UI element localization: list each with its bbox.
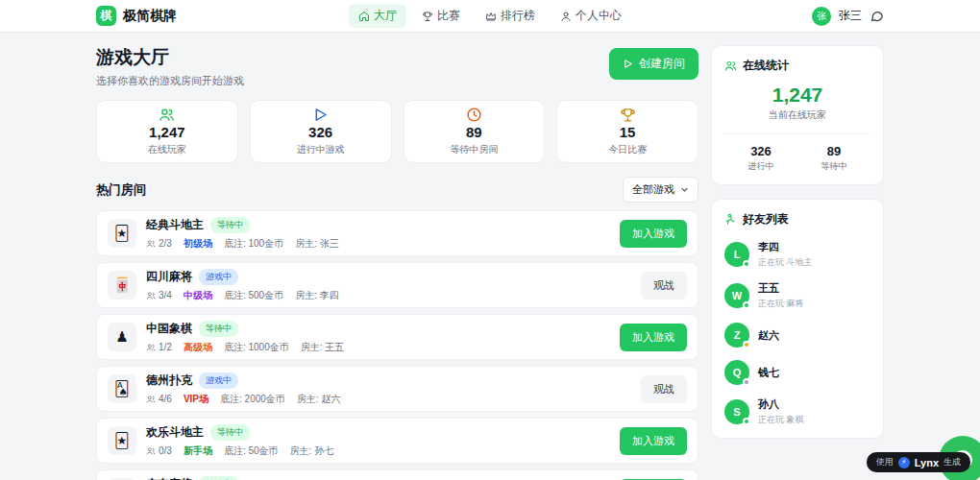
waiting-count: 89 [797,144,870,158]
badge-prefix: 使用 [876,456,894,468]
nav-item-label: 个人中心 [576,8,622,24]
stats-grid: 1,247 在线玩家 326 进行中游戏 89 等待中房间 15 今日比赛 [96,100,698,163]
nav-item-label: 排行榜 [501,8,535,24]
users-icon [159,107,175,123]
online-stats-title: 在线统计 [743,58,789,74]
status-badge: 游戏中 [199,269,238,285]
main-column: 游戏大厅 选择你喜欢的游戏房间开始游戏 创建房间 1,247 在线玩家 326 … [96,45,698,480]
room-owner: 房主: 李四 [295,289,339,302]
friends-title: 好友列表 [743,211,789,228]
chat-bubble-icon[interactable] [870,9,884,23]
online-stats-card: 在线统计 1,247 当前在线玩家 326 进行中 89 等待中 [711,45,884,185]
game-filter-select[interactable]: 全部游戏 [623,177,698,203]
game-filter-value: 全部游戏 [632,182,674,197]
room-name: 欢乐斗地主 [146,424,204,441]
friend-item-qianqi[interactable]: Q 钱七 [724,360,870,385]
room-owner: 房主: 赵六 [297,393,341,406]
room-stake: 底注: 500金币 [224,289,283,302]
lobby-header: 游戏大厅 选择你喜欢的游戏房间开始游戏 创建房间 [96,45,698,88]
presence-dot [743,418,750,425]
page-subtitle: 选择你喜欢的游戏房间开始游戏 [96,74,244,88]
room-row-guangdong-mahjong: 🀄 广东麻将 等待中 3/4 中级场 底注: 300金币 房主: 周八 加入游戏 [96,469,698,480]
stat-label: 今日比赛 [608,143,647,156]
users-icon [146,395,156,404]
game-card-icon: 🃏 [108,219,136,248]
room-stake: 底注: 2000金币 [220,393,285,406]
badge-brand: Lynx [915,457,939,468]
status-badge: 游戏中 [199,372,238,389]
nav-item-leaderboard[interactable]: 排行榜 [476,4,545,28]
chevron-down-icon [680,185,689,194]
join-game-button[interactable]: 加入游戏 [620,220,687,248]
navbar: 棋 极简棋牌 大厅 比赛 排行榜 个人中心 张 张三 [0,0,980,33]
stat-label: 进行中游戏 [297,143,345,156]
friends-card: 好友列表 L 李四 正在玩 斗地主 W 王五 正在 [711,199,884,439]
presence-dot [743,260,750,268]
nav-item-matches[interactable]: 比赛 [412,4,470,28]
badge-suffix: 生成 [943,456,961,468]
nav-item-profile[interactable]: 个人中心 [551,4,631,28]
friend-status: 正在玩 麻将 [758,298,804,310]
stat-card-waiting-rooms: 89 等待中房间 [404,100,546,163]
create-room-button[interactable]: 创建房间 [609,48,698,80]
stat-label: 等待中房间 [450,143,498,156]
users-icon [146,239,156,249]
sidebar: 在线统计 1,247 当前在线玩家 326 进行中 89 等待中 好友列表 [711,45,884,480]
status-badge: 等待中 [210,424,250,441]
join-game-button[interactable]: 加入游戏 [620,324,687,351]
playing-card-icon: 🂡 [108,374,136,403]
join-game-button[interactable]: 加入游戏 [620,427,687,455]
clock-icon [466,107,482,123]
play-icon [312,107,329,123]
room-owner: 房主: 王五 [301,341,345,354]
rooms-list: 🃏 经典斗地主 等待中 2/3 初级场 底注: 100金币 房主: 张三 加入游… [96,210,698,480]
stat-card-online-players: 1,247 在线玩家 [96,100,238,163]
status-badge: 等待中 [199,476,238,480]
rooms-header: 热门房间 全部游戏 [96,177,698,203]
room-name: 四川麻将 [146,269,192,285]
nav-item-lobby[interactable]: 大厅 [349,4,406,28]
nav-item-label: 比赛 [437,8,460,24]
room-level: 新手场 [184,444,212,458]
nav-item-label: 大厅 [374,8,397,24]
friend-status: 正在玩 斗地主 [758,256,813,269]
in-progress-label: 进行中 [724,160,797,173]
home-icon [358,11,370,22]
friend-name: 李四 [758,240,813,254]
room-name: 中国象棋 [146,321,192,337]
stat-card-todays-matches: 15 今日比赛 [556,100,698,163]
online-count: 1,247 [724,84,870,107]
friend-item-lisi[interactable]: L 李四 正在玩 斗地主 [724,240,870,269]
friend-item-wangwu[interactable]: W 王五 正在玩 麻将 [724,281,870,310]
room-level: 中级场 [184,289,212,302]
friend-item-sunba[interactable]: S 孙八 正在玩 象棋 [724,397,870,426]
room-row-classic-doudizhu: 🃏 经典斗地主 等待中 2/3 初级场 底注: 100金币 房主: 张三 加入游… [96,210,698,256]
spectate-button[interactable]: 观战 [641,272,687,300]
mahjong-tile-icon: 🀄 [108,271,136,300]
lynx-attribution-badge[interactable]: 使用 ⚡ Lynx 生成 [867,452,970,472]
in-progress-count: 326 [724,144,797,158]
user-name: 张三 [839,8,862,24]
room-level: 高级场 [184,341,212,354]
friend-name: 孙八 [758,397,804,412]
user-avatar[interactable]: 张 [812,7,831,26]
friend-name: 钱七 [758,366,779,380]
stat-value: 89 [466,125,482,141]
room-stake: 底注: 100金币 [224,237,283,251]
presence-dot [743,301,750,309]
waiting-label: 等待中 [797,160,870,173]
brand: 棋 极简棋牌 [96,6,177,26]
users-icon [146,343,156,352]
stat-value: 1,247 [149,125,185,141]
room-players: 2/3 [146,238,172,249]
friend-name: 王五 [758,281,804,296]
game-card-icon: 🃏 [108,426,136,455]
room-name: 经典斗地主 [146,217,204,233]
status-badge: 等待中 [199,321,238,337]
spectate-button[interactable]: 观战 [641,375,687,403]
friend-item-zhaoliu[interactable]: Z 赵六 [724,323,870,348]
rooms-section-title: 热门房间 [96,181,146,199]
room-level: 初级场 [184,237,212,251]
user-icon [560,11,572,22]
room-owner: 房主: 张三 [295,237,339,251]
